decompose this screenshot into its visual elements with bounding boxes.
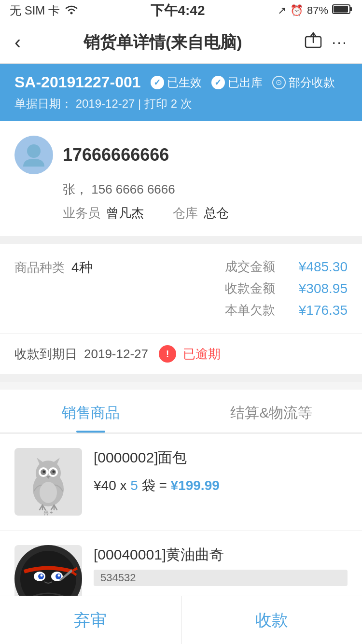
clock-icon: ⊙ — [272, 76, 286, 89]
svg-rect-2 — [350, 7, 352, 11]
sales-rep-item: 业务员 曾凡杰 — [63, 205, 144, 222]
status-shipped-text: 已出库 — [228, 75, 263, 90]
svg-point-14 — [43, 471, 45, 473]
product-sku-2: 534532 — [94, 570, 348, 586]
cancel-button[interactable]: 弃审 — [0, 596, 181, 644]
divider-1 — [0, 236, 362, 244]
type-count: 4种 — [71, 258, 93, 277]
confirm-button[interactable]: 收款 — [181, 596, 362, 644]
tab-sales-goods[interactable]: 销售商品 — [0, 390, 181, 433]
contact-name: 张， — [63, 182, 88, 196]
customer-meta: 业务员 曾凡杰 仓库 总仓 — [63, 205, 348, 222]
order-date: 2019-12-27 — [76, 97, 135, 110]
svg-point-16 — [40, 482, 57, 503]
product-total-1: ¥199.99 — [171, 478, 220, 493]
svg-rect-3 — [334, 6, 348, 13]
status-bar: 无 SIM 卡 下午4:42 ↗ ⏰ 87% — [0, 0, 362, 21]
type-label: 商品种类 — [14, 259, 65, 276]
tab-settlement[interactable]: 结算&物流等 — [181, 390, 362, 433]
status-shipped: ✓ 已出库 — [211, 75, 263, 90]
battery-text: 87% — [307, 4, 328, 17]
status-partial-text: 部分收款 — [289, 75, 335, 90]
confirm-label: 收款 — [255, 609, 288, 631]
sales-rep-label: 业务员 — [63, 205, 100, 222]
carrier-text: 无 SIM 卡 — [10, 3, 60, 18]
customer-row: 17666666666 — [14, 136, 348, 174]
battery-icon — [332, 4, 352, 17]
status-left: 无 SIM 卡 — [10, 3, 78, 18]
svg-point-25 — [58, 574, 60, 577]
payment-due-section: 收款到期日 2019-12-27 ! 已逾期 — [0, 333, 362, 374]
overdue-icon: ! — [159, 345, 176, 363]
product-item-1: 兽+ [0000002]面包 ¥40 x 5 袋 = ¥199.99 — [0, 434, 362, 531]
nav-actions: ··· — [305, 32, 348, 53]
wifi-icon — [65, 4, 78, 17]
tab-sales-goods-label: 销售商品 — [62, 405, 120, 420]
cancel-label: 弃审 — [74, 609, 107, 631]
amount-row-2: 收款金额 ¥308.95 — [225, 280, 348, 297]
overdue-text: 已逾期 — [183, 346, 221, 363]
status-effective: ✓ 已生效 — [151, 75, 202, 90]
product-unit-1: 袋 — [142, 478, 155, 493]
customer-contact: 张， 156 6666 6666 — [63, 181, 348, 198]
amount-value: ¥485.30 — [290, 259, 348, 275]
amount-label: 成交金额 — [225, 258, 275, 275]
product-name-1: [0000002]面包 — [94, 448, 348, 468]
product-name-2: [00040001]黄油曲奇 — [94, 545, 348, 565]
divider-2 — [0, 374, 362, 382]
nav-bar: ‹ 销货单详情(来自电脑) ··· — [0, 21, 362, 64]
customer-section: 17666666666 张， 156 6666 6666 业务员 曾凡杰 仓库 … — [0, 121, 362, 236]
order-id: SA-20191227-001 — [14, 73, 141, 91]
print-count: 2 — [171, 97, 177, 110]
product-qty-1: 5 — [130, 478, 138, 493]
debt-label: 本单欠款 — [225, 302, 275, 319]
header-banner: SA-20191227-001 ✓ 已生效 ✓ 已出库 ⊙ 部分收款 单据日期：… — [0, 64, 362, 121]
contact-phone: 156 6666 6666 — [91, 182, 175, 196]
debt-value: ¥176.35 — [290, 303, 348, 318]
status-effective-text: 已生效 — [167, 75, 202, 90]
svg-point-0 — [70, 12, 73, 14]
svg-point-15 — [53, 471, 55, 473]
print-unit: 次 — [181, 97, 192, 110]
amount-row-1: 成交金额 ¥485.30 — [225, 258, 348, 275]
received-label: 收款金额 — [225, 280, 275, 297]
status-right: ↗ ⏰ 87% — [278, 4, 352, 17]
location-icon: ↗ — [278, 4, 286, 17]
customer-avatar — [14, 136, 53, 174]
payment-due-date: 2019-12-27 — [84, 347, 148, 362]
alarm-icon: ⏰ — [290, 4, 303, 17]
bottom-bar: 弃审 收款 — [0, 596, 362, 644]
order-id-row: SA-20191227-001 ✓ 已生效 ✓ 已出库 ⊙ 部分收款 — [14, 73, 348, 91]
share-icon[interactable] — [305, 32, 322, 53]
check-shipped-icon: ✓ — [211, 76, 225, 89]
product-price-row-1: ¥40 x 5 袋 = ¥199.99 — [94, 476, 348, 495]
check-effective-icon: ✓ — [151, 76, 164, 89]
more-icon[interactable]: ··· — [332, 33, 348, 51]
warehouse-value: 总仓 — [204, 205, 229, 222]
header-date-row: 单据日期： 2019-12-27 | 打印 2 次 — [14, 96, 348, 112]
summary-left: 商品种类 4种 — [14, 258, 93, 277]
status-time: 下午4:42 — [151, 1, 205, 20]
product-price-1: ¥40 — [94, 478, 116, 493]
payment-due-label: 收款到期日 — [14, 346, 77, 363]
summary-section: 商品种类 4种 成交金额 ¥485.30 收款金额 ¥308.95 本单欠款 ¥… — [0, 244, 362, 333]
tab-settlement-label: 结算&物流等 — [230, 405, 312, 420]
customer-phone: 17666666666 — [63, 145, 169, 165]
svg-point-6 — [27, 144, 41, 158]
amount-row-3: 本单欠款 ¥176.35 — [225, 302, 348, 319]
page-title: 销货单详情(来自电脑) — [84, 31, 242, 54]
date-label: 单据日期： — [14, 97, 72, 110]
back-button[interactable]: ‹ — [14, 31, 21, 53]
warehouse-item: 仓库 总仓 — [173, 205, 229, 222]
received-value: ¥308.95 — [290, 281, 348, 296]
sales-rep-value: 曾凡杰 — [106, 205, 144, 222]
summary-row: 商品种类 4种 成交金额 ¥485.30 收款金额 ¥308.95 本单欠款 ¥… — [14, 258, 348, 319]
summary-right: 成交金额 ¥485.30 收款金额 ¥308.95 本单欠款 ¥176.35 — [225, 258, 348, 319]
product-img-1: 兽+ — [14, 448, 82, 516]
svg-point-24 — [41, 574, 43, 577]
product-info-1: [0000002]面包 ¥40 x 5 袋 = ¥199.99 — [94, 448, 348, 495]
status-partial: ⊙ 部分收款 — [272, 75, 335, 90]
print-separator: | 打印 — [138, 97, 171, 110]
warehouse-label: 仓库 — [173, 205, 198, 222]
svg-text:兽+: 兽+ — [43, 509, 53, 516]
